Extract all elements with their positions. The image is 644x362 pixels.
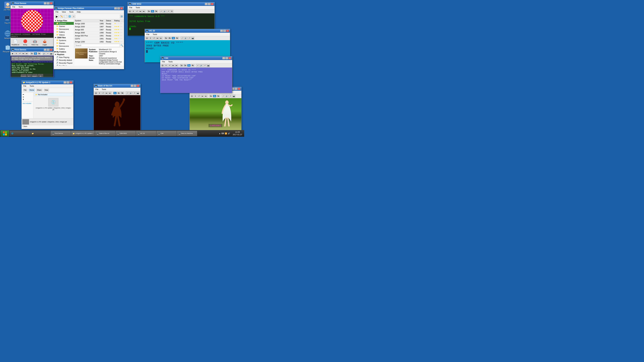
dex-camera[interactable]: 📷	[232, 95, 235, 98]
af-edit-btn[interactable]: ✏️	[60, 15, 63, 18]
c64-camera[interactable]: 📷	[207, 64, 210, 67]
fd2-rewind[interactable]: ⏮	[22, 52, 25, 55]
dex-speed-1x[interactable]: 1x	[209, 95, 212, 97]
taskbar-amigaos-btn[interactable]: 📁 AmigaOS 4.1 FE Update 1	[71, 131, 95, 136]
dex-expand[interactable]: ⤢	[222, 95, 225, 98]
cbm8032-share[interactable]: ↗	[167, 10, 170, 13]
vic20-speed-2x[interactable]: 2x	[168, 37, 171, 39]
dex-prev[interactable]: ⏮	[201, 95, 204, 98]
af-sidebar-demoscene-2[interactable]: 📁 Demoscene	[54, 44, 74, 47]
sota-maximize[interactable]: □	[134, 85, 136, 87]
ao41-tab-file[interactable]: File	[23, 89, 27, 91]
af-sidebar-demoscene-1[interactable]: 📁 Demoscene	[54, 28, 74, 30]
tray-volume-icon[interactable]: 🔊	[228, 132, 230, 135]
fd2-maximize[interactable]: □	[47, 49, 50, 51]
sota-reset[interactable]: ↺	[102, 92, 104, 95]
cbm8032-gear[interactable]: ⚙	[170, 10, 173, 13]
first-demos-close[interactable]: ×	[50, 2, 52, 4]
sota-menu-tools[interactable]: Tools	[101, 88, 107, 91]
af-sidebar-recently-played[interactable]: 🎵 Recently Played	[54, 61, 74, 64]
ao41-tab-home[interactable]: Home	[29, 89, 35, 91]
cbm8032-menu-tools[interactable]: Tools	[135, 6, 141, 9]
fd2-ff[interactable]: ⏭	[25, 52, 28, 55]
af-menu-file[interactable]: File	[54, 10, 60, 13]
af-search-input[interactable]	[75, 44, 120, 47]
vic20-reset[interactable]: ↺	[152, 37, 156, 40]
sota-vol[interactable]: 🔊	[129, 92, 132, 95]
vic20-minimize[interactable]: _	[220, 30, 223, 32]
fd2-play[interactable]: ▶	[11, 52, 14, 55]
table-row[interactable]: Amiga 2000 1987 Ready ★★★★★	[74, 25, 124, 28]
af-sidebar-top-plays[interactable]: 🎵 Top Plays	[54, 64, 74, 66]
af-search-icon[interactable]: 🔍	[120, 44, 123, 47]
col-status[interactable]: Status	[105, 19, 113, 22]
cbm8032-minimize[interactable]: _	[205, 3, 208, 5]
dex-pause[interactable]: ⏸	[194, 95, 197, 98]
af-sidebar-recently-added[interactable]: 🎵 Recently Added	[54, 59, 74, 61]
vic20-speed-1x[interactable]: 1x	[164, 37, 168, 39]
table-row[interactable]: Amiga 1200 1992 Ready ★★★★★	[74, 40, 124, 43]
taskbar-ie-btn[interactable]: 🌐	[10, 131, 30, 136]
taskbar-fd-btn[interactable]: 🖥️ First Demos	[51, 131, 71, 136]
sota-pause[interactable]: ⏸	[98, 92, 101, 95]
cbm8032-vol[interactable]: 🔊	[163, 10, 166, 13]
c64-minimize[interactable]: _	[222, 57, 225, 59]
ao41-tab-share[interactable]: Share	[36, 89, 42, 91]
ao41-close[interactable]: ×	[70, 81, 72, 84]
ao41-titlebar[interactable]: 📁 AmigaOS 4.1 FE Update 1 _ □ ×	[22, 81, 73, 84]
col-system[interactable]: System	[74, 19, 98, 22]
taskbar-start-button[interactable]	[1, 131, 9, 136]
taskbar-explorer-btn[interactable]: 📁	[30, 131, 50, 136]
taskbar-vic20-btn[interactable]: 🖥️ VIC 20	[136, 131, 156, 136]
af-sidebar-systems-2[interactable]: 📁 Systems	[54, 39, 74, 42]
taskbar-clock[interactable]: 14:29 2017-01-27	[232, 131, 244, 136]
first-demos-maximize[interactable]: □	[47, 2, 50, 4]
af-menu-tools[interactable]: Tools	[68, 10, 74, 13]
taskbar-cbm-btn[interactable]: 🖥️ CBM 8032	[116, 131, 136, 136]
cbm8032-reset[interactable]: ↺	[135, 10, 138, 13]
c64-power[interactable]: ⏻	[161, 64, 164, 67]
ao41-menu-file[interactable]: File	[22, 85, 27, 87]
fd2-share[interactable]: ↗	[46, 52, 49, 55]
vic20-close[interactable]: ×	[226, 30, 229, 32]
dex-speed-2x[interactable]: 2x	[213, 95, 216, 97]
table-row[interactable]: Amiga 500 1987 Ready ★★★★★	[74, 28, 124, 31]
dex-maximize[interactable]: □	[234, 88, 237, 90]
af-close[interactable]: ×	[120, 7, 123, 9]
dex-next[interactable]: ⏭	[204, 95, 208, 98]
table-row[interactable]: CDTV 1991 Ready ★★★★★	[74, 37, 124, 40]
c64-vol[interactable]: 🔊	[200, 64, 203, 67]
af-sidebar-my-folders[interactable]: ▶ My Folders	[54, 50, 74, 53]
fd2-minimize[interactable]: _	[44, 49, 46, 51]
vic20-power[interactable]: ⏻	[146, 37, 148, 40]
dex-speed-3x[interactable]: 3x	[217, 95, 220, 97]
cbm8032-maximize[interactable]: □	[208, 3, 210, 5]
first-demos-menu-file[interactable]: File	[11, 5, 16, 8]
sota-expand[interactable]: ⤢	[126, 92, 129, 95]
sota-power[interactable]: ⏻	[94, 92, 98, 95]
sota-next[interactable]: ⏭	[108, 92, 112, 95]
c64-speed-4x[interactable]: 4x	[191, 64, 194, 67]
af-titlebar[interactable]: 🖥️ Amiga Forever Plus Edition _ □ ×	[54, 6, 124, 10]
dex-reset[interactable]: ↺	[198, 95, 200, 98]
vic20-prev[interactable]: ⏮	[156, 37, 159, 40]
vic20-maximize[interactable]: □	[223, 30, 226, 32]
sota-share[interactable]: ↗	[133, 92, 136, 95]
af-sidebar-playlists[interactable]: ▼ Playlists	[54, 53, 74, 56]
vic20-titlebar[interactable]: 🖥️ VIC 20 _ □ ×	[145, 29, 230, 33]
vic20-vol[interactable]: 🔊	[184, 37, 187, 40]
cbm8032-pause[interactable]: ⏸	[132, 10, 135, 13]
fd2-pause[interactable]: ⏸	[15, 52, 18, 55]
cbm8032-titlebar[interactable]: 🖥️ CBM 8032 _ □ ×	[128, 2, 214, 6]
fd2-speed-1x[interactable]: 1x	[30, 52, 33, 55]
vic20-menu-tools[interactable]: Tools	[152, 33, 158, 36]
first-demos-2-titlebar[interactable]: 🖥️ First Demos _ □ ×	[10, 48, 54, 52]
first-demos-minimize[interactable]: _	[44, 2, 46, 4]
af-docs-btn[interactable]: 📄	[64, 15, 67, 18]
fd2-camera[interactable]: 📷	[50, 52, 53, 55]
af-globe-btn[interactable]: 🌐	[68, 15, 71, 18]
vic20-share[interactable]: ↗	[188, 37, 191, 40]
ao41-sidebar-up[interactable]: ⬆	[22, 98, 32, 101]
c64-pause[interactable]: ⏸	[164, 64, 168, 67]
c64-share[interactable]: ↗	[203, 64, 206, 67]
